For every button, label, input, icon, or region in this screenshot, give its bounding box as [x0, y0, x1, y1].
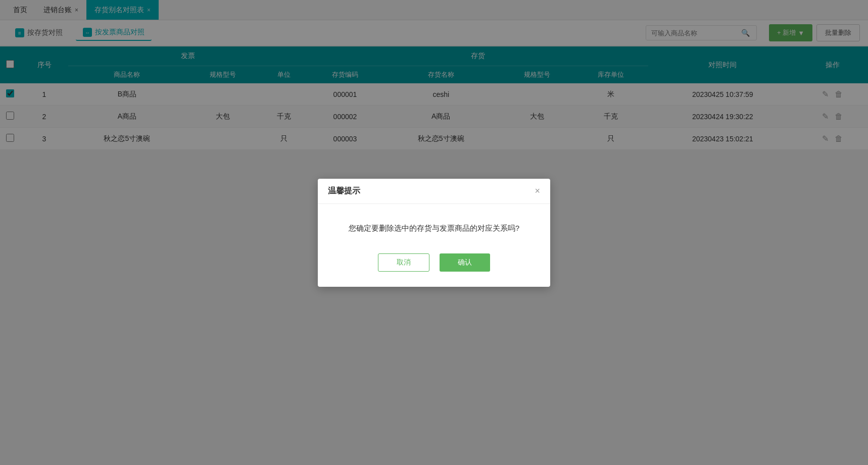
modal-overlay: 温馨提示 × 您确定要删除选中的存货与发票商品的对应关系吗? 取消 确认	[0, 0, 868, 150]
